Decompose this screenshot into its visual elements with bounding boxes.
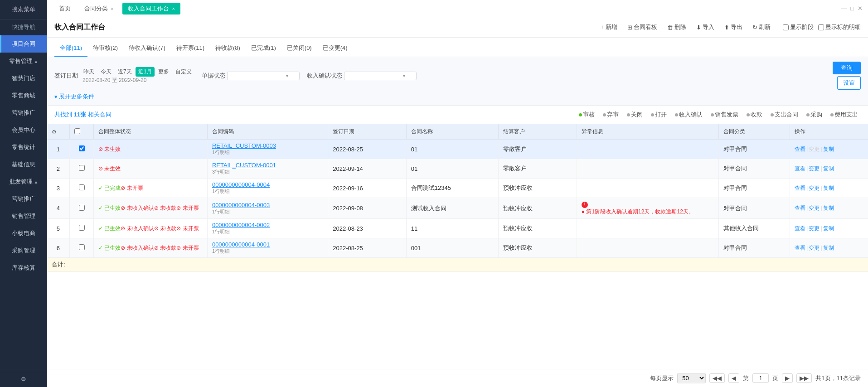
sidebar-item-marketing2[interactable]: 营销推广 [0, 190, 47, 208]
contract-code-link[interactable]: RETAIL_CUSTOM-0003 [212, 142, 323, 149]
sidebar-settings[interactable]: ⚙ [0, 371, 47, 387]
op-btn-复制[interactable]: 复制 [823, 245, 834, 251]
filter-tab-pending-payment[interactable]: 待收款(8) [210, 41, 246, 57]
contract-code-link[interactable]: 0000000000004-0001 [212, 241, 323, 248]
action-btn-close[interactable]: 关闭 [624, 109, 645, 120]
filter-tab-pending-confirm[interactable]: 待收入确认(7) [123, 41, 171, 57]
query-button[interactable]: 查询 [833, 62, 861, 74]
sidebar-search[interactable]: 搜索菜单 [0, 0, 47, 19]
filter-tab-all[interactable]: 全部(11) [54, 41, 87, 57]
action-btn-payment[interactable]: 收款 [744, 109, 765, 120]
row-checkbox[interactable] [69, 238, 93, 258]
op-btn-查看[interactable]: 查看 [795, 146, 805, 152]
doc-status-select[interactable]: ▾ [227, 72, 300, 80]
filter-tab-closed[interactable]: 已关闭(0) [281, 41, 317, 57]
action-btn-fee-expense[interactable]: 费用支出 [828, 109, 861, 120]
op-btn-查看[interactable]: 查看 [795, 205, 805, 211]
op-btn-变更[interactable]: 变更 [809, 165, 820, 172]
op-btn-复制[interactable]: 复制 [823, 205, 834, 211]
tab-close-icon[interactable]: × [172, 6, 175, 11]
sidebar-item-retail-mgmt[interactable]: 零售管理 ▲ [0, 53, 47, 70]
contract-code-link[interactable]: 0000000000004-0004 [212, 181, 323, 188]
date-btn-昨天[interactable]: 昨天 [81, 67, 97, 77]
op-btn-查看[interactable]: 查看 [795, 245, 805, 251]
delete-button[interactable]: 🗑 删除 [664, 22, 689, 33]
op-btn-变更[interactable]: 变更 [809, 146, 820, 152]
op-btn-查看[interactable]: 查看 [795, 225, 805, 232]
contract-code-link[interactable]: 0000000000004-0002 [212, 222, 323, 228]
op-btn-复制[interactable]: 复制 [823, 146, 834, 152]
tab-close-icon[interactable]: × [111, 6, 113, 11]
income-confirm-select[interactable]: ▾ [344, 72, 417, 80]
contract-code-link[interactable]: RETAIL_CUSTOM-0001 [212, 162, 323, 169]
sidebar-item-marketing[interactable]: 营销推广 [0, 104, 47, 121]
kanban-button[interactable]: ⊞ 合同看板 [625, 22, 660, 33]
sidebar-item-sales-mgmt[interactable]: 销售管理 [0, 208, 47, 225]
sidebar-item-inventory[interactable]: 库存核算 [0, 259, 47, 276]
page-size-select[interactable]: 50 [677, 373, 706, 383]
sidebar-item-basic-info[interactable]: 基础信息 [0, 156, 47, 173]
close-btn[interactable]: ✕ [858, 5, 863, 12]
action-btn-sales-invoice[interactable]: 销售发票 [708, 109, 741, 120]
th-1[interactable] [69, 124, 93, 140]
op-btn-复制[interactable]: 复制 [823, 185, 834, 191]
action-btn-open[interactable]: 打开 [648, 109, 669, 120]
settings-button[interactable]: 设置 [837, 76, 861, 90]
sidebar-quick-nav[interactable]: 快捷导航 [0, 19, 47, 35]
contract-code-link[interactable]: 0000000000004-0003 [212, 202, 323, 208]
first-page-btn[interactable]: ◀◀ [709, 373, 725, 383]
op-btn-变更[interactable]: 变更 [809, 185, 820, 191]
sidebar-item-smart-store[interactable]: 智慧门店 [0, 70, 47, 87]
refresh-button[interactable]: ↻ 刷新 [750, 22, 773, 33]
action-btn-expense-contract[interactable]: 支出合同 [768, 109, 801, 120]
op-btn-复制[interactable]: 复制 [823, 165, 834, 172]
show-details-checkbox[interactable]: 显示标的明细 [818, 23, 861, 31]
row-checkbox[interactable] [69, 179, 93, 198]
op-btn-变更[interactable]: 变更 [809, 205, 820, 211]
sidebar-item-xiaochang[interactable]: 小畅电商 [0, 225, 47, 242]
op-btn-查看[interactable]: 查看 [795, 185, 805, 191]
sidebar-item-purchase[interactable]: 采购管理 [0, 242, 47, 259]
row-checkbox[interactable] [69, 198, 93, 219]
row-name: 01 [406, 140, 499, 159]
show-stages-checkbox[interactable]: 显示阶段 [783, 23, 814, 31]
date-btn-今天[interactable]: 今天 [98, 67, 114, 77]
tab-income-workbench[interactable]: 收入合同工作台× [122, 3, 180, 15]
tab-home[interactable]: 首页 [53, 1, 77, 16]
action-btn-abandon[interactable]: 弃审 [600, 109, 621, 120]
action-btn-purchase[interactable]: 采购 [804, 109, 825, 120]
date-btn-更多[interactable]: 更多 [155, 67, 172, 77]
minimize-btn[interactable]: — [841, 5, 847, 12]
expand-conditions-btn[interactable]: ▾ 展开更多条件 [54, 92, 861, 101]
row-checkbox[interactable] [69, 159, 93, 179]
next-page-btn[interactable]: ▶ [782, 373, 793, 383]
filter-tab-changed[interactable]: 已变更(4) [317, 41, 353, 57]
filter-tab-completed[interactable]: 已完成(1) [246, 41, 281, 57]
op-btn-变更[interactable]: 变更 [809, 225, 820, 232]
sidebar-item-wholesale[interactable]: 批发管理 ▲ [0, 173, 47, 190]
row-checkbox[interactable] [69, 140, 93, 159]
op-btn-复制[interactable]: 复制 [823, 225, 834, 232]
sidebar-item-retail-mall[interactable]: 零售商城 [0, 87, 47, 104]
op-btn-变更[interactable]: 变更 [809, 245, 820, 251]
filter-tab-pending-review[interactable]: 待审核(2) [87, 41, 123, 57]
tab-contract-cat[interactable]: 合同分类× [78, 1, 120, 16]
filter-tab-pending-invoice[interactable]: 待开票(11) [171, 41, 210, 57]
prev-page-btn[interactable]: ◀ [728, 373, 739, 383]
sidebar-item-member[interactable]: 会员中心 [0, 121, 47, 139]
import-button[interactable]: ⬇ 导入 [693, 22, 717, 33]
add-button[interactable]: + 新增 [598, 22, 620, 33]
page-input[interactable] [752, 373, 769, 383]
op-btn-查看[interactable]: 查看 [795, 165, 805, 172]
sidebar-item-project[interactable]: 项目合同 [0, 35, 47, 53]
action-btn-income-confirm[interactable]: 收入确认 [672, 109, 705, 120]
action-btn-review[interactable]: 审核 [576, 109, 597, 120]
last-page-btn[interactable]: ▶▶ [796, 373, 812, 383]
maximize-btn[interactable]: □ [850, 5, 854, 12]
export-button[interactable]: ⬆ 导出 [722, 22, 745, 33]
date-btn-自定义[interactable]: 自定义 [173, 67, 194, 77]
sidebar-item-retail-stats[interactable]: 零售统计 [0, 139, 47, 156]
row-checkbox[interactable] [69, 219, 93, 238]
date-btn-近1月[interactable]: 近1月 [136, 67, 155, 77]
date-btn-近7天[interactable]: 近7天 [115, 67, 135, 77]
